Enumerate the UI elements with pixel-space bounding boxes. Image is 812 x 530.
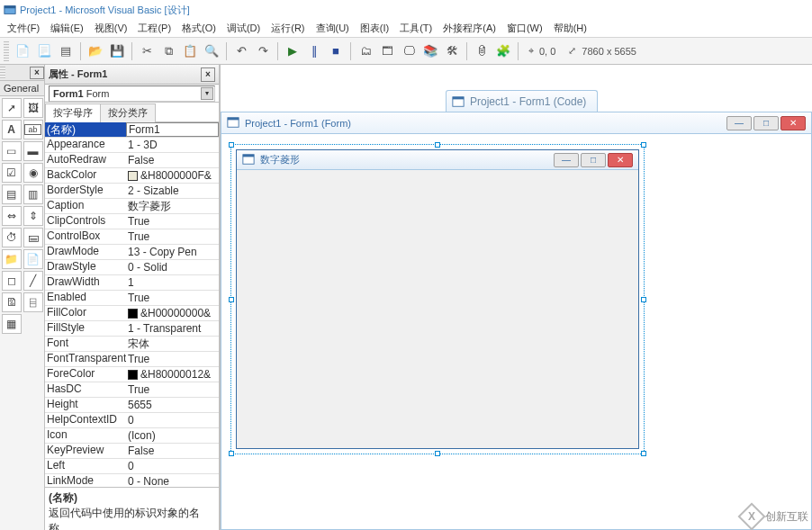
property-row[interactable]: BackColor&H8000000F& [45, 168, 219, 184]
resize-handle-w[interactable] [229, 297, 234, 302]
property-row[interactable]: BorderStyle2 - Sizable [45, 184, 219, 199]
menu-editor-button[interactable]: ▤ [56, 41, 76, 61]
image-tool[interactable]: 🖻 [2, 292, 22, 312]
form1-client-area[interactable] [237, 170, 638, 448]
menu-tools[interactable]: 工具(T) [394, 20, 438, 37]
property-value[interactable]: 1 [126, 275, 219, 290]
label-tool[interactable]: A [2, 120, 22, 139]
resize-handle-ne[interactable] [641, 142, 646, 148]
form-layout-button[interactable]: 🖵 [399, 41, 419, 61]
property-row[interactable]: FillStyle1 - Transparent [45, 321, 219, 337]
resize-handle-n[interactable] [435, 142, 440, 148]
property-row[interactable]: LinkMode0 - None [45, 474, 219, 487]
menu-file[interactable]: 文件(F) [2, 20, 45, 37]
property-value[interactable]: 0 - Solid [126, 260, 219, 274]
pointer-tool[interactable]: ➚ [2, 98, 22, 118]
cut-button[interactable]: ✂ [137, 41, 157, 61]
form1-titlebar[interactable]: 数字菱形 — □ ✕ [237, 150, 638, 170]
vcm-button[interactable]: 🧩 [493, 41, 513, 61]
menu-project[interactable]: 工程(P) [132, 20, 176, 37]
properties-window-button[interactable]: 🗔 [377, 41, 397, 61]
property-value[interactable]: True [126, 214, 219, 229]
property-row[interactable]: DrawMode13 - Copy Pen [45, 245, 219, 260]
menu-addins[interactable]: 外接程序(A) [438, 20, 501, 37]
resize-handle-se[interactable] [641, 451, 646, 456]
listbox-tool[interactable]: ▥ [23, 184, 43, 204]
project-explorer-button[interactable]: 🗂 [356, 41, 375, 61]
property-value[interactable]: &H80000012& [126, 367, 219, 382]
picturebox-tool[interactable]: 🖼 [23, 98, 43, 118]
property-row[interactable]: Caption数字菱形 [45, 199, 219, 214]
menu-query[interactable]: 查询(U) [311, 20, 355, 37]
find-button[interactable]: 🔍 [202, 41, 221, 61]
property-row[interactable]: ClipControlsTrue [45, 214, 219, 229]
toolbox-grip[interactable] [0, 67, 5, 79]
property-row[interactable]: FillColor&H00000000& [45, 306, 219, 321]
minimize-button[interactable]: — [726, 116, 752, 130]
property-value[interactable]: True [126, 291, 219, 305]
property-row[interactable]: Appearance1 - 3D [45, 138, 219, 153]
vscrollbar-tool[interactable]: ⇕ [23, 206, 43, 226]
form1[interactable]: 数字菱形 — □ ✕ [236, 149, 639, 449]
property-value[interactable]: (Icon) [126, 428, 219, 443]
property-value[interactable]: 0 [126, 413, 219, 427]
open-button[interactable]: 📂 [86, 41, 105, 61]
optionbutton-tool[interactable]: ◉ [23, 163, 43, 183]
chevron-down-icon[interactable]: ▾ [201, 87, 213, 100]
menu-edit[interactable]: 编辑(E) [45, 20, 89, 37]
close-button[interactable]: ✕ [780, 116, 806, 130]
break-button[interactable]: ‖ [304, 41, 324, 61]
property-row[interactable]: Height5655 [45, 398, 219, 413]
resize-handle-sw[interactable] [229, 451, 234, 456]
form1-maximize-button[interactable]: □ [581, 153, 606, 167]
tab-categorized[interactable]: 按分类序 [100, 103, 156, 122]
property-value[interactable]: 1 - Transparent [126, 321, 219, 336]
filelistbox-tool[interactable]: 📄 [23, 249, 43, 269]
object-selector[interactable]: Form1 Form ▾ [49, 85, 215, 102]
toolbar-grip[interactable] [4, 41, 9, 61]
property-row[interactable]: KeyPreviewFalse [45, 444, 219, 459]
property-row[interactable]: ControlBoxTrue [45, 229, 219, 245]
property-value[interactable]: &H8000000F& [126, 168, 219, 183]
design-surface[interactable]: 数字菱形 — □ ✕ [230, 144, 802, 520]
copy-button[interactable]: ⧉ [158, 41, 178, 61]
run-button[interactable]: ▶ [283, 41, 302, 61]
property-value[interactable]: 数字菱形 [126, 199, 219, 213]
property-row[interactable]: Font宋体 [45, 337, 219, 352]
tab-alphabetic[interactable]: 按字母序 [45, 103, 101, 122]
menu-window[interactable]: 窗口(W) [501, 20, 548, 37]
property-value[interactable]: True [126, 352, 219, 366]
property-row[interactable]: FontTransparentTrue [45, 352, 219, 367]
property-value[interactable]: 1 - 3D [126, 138, 219, 152]
hscrollbar-tool[interactable]: ⇔ [2, 206, 22, 226]
shape-tool[interactable]: ◻ [2, 271, 22, 291]
code-window-tab[interactable]: Project1 - Form1 (Code) [446, 90, 598, 112]
textbox-tool[interactable]: ab [23, 120, 43, 139]
property-value[interactable]: 宋体 [126, 337, 219, 351]
object-browser-button[interactable]: 📚 [420, 41, 440, 61]
menu-debug[interactable]: 调试(D) [221, 20, 266, 37]
property-row[interactable]: Left0 [45, 459, 219, 474]
maximize-button[interactable]: □ [753, 116, 779, 130]
property-value[interactable]: True [126, 382, 219, 397]
properties-grid[interactable]: (名称)Form1Appearance1 - 3DAutoRedrawFalse… [45, 122, 219, 487]
paste-button[interactable]: 📋 [180, 41, 200, 61]
property-row[interactable]: HasDCTrue [45, 382, 219, 398]
resize-handle-nw[interactable] [229, 142, 234, 148]
property-row[interactable]: DrawWidth1 [45, 275, 219, 291]
property-value[interactable]: 2 - Sizable [126, 184, 219, 198]
property-row[interactable]: Icon(Icon) [45, 428, 219, 444]
combobox-tool[interactable]: ▤ [2, 184, 22, 204]
property-value[interactable]: Form1 [126, 122, 219, 137]
drivelistbox-tool[interactable]: 🖴 [23, 228, 43, 247]
resize-handle-e[interactable] [641, 297, 646, 302]
toolbox-tab-general[interactable]: General [0, 81, 44, 96]
properties-close-button[interactable]: × [201, 67, 215, 82]
frame-tool[interactable]: ▭ [2, 141, 22, 161]
property-row[interactable]: DrawStyle0 - Solid [45, 260, 219, 275]
menu-view[interactable]: 视图(V) [89, 20, 133, 37]
menu-help[interactable]: 帮助(H) [548, 20, 592, 37]
property-row[interactable]: AutoRedrawFalse [45, 153, 219, 168]
property-value[interactable]: False [126, 153, 219, 167]
menu-diagram[interactable]: 图表(I) [355, 20, 394, 37]
